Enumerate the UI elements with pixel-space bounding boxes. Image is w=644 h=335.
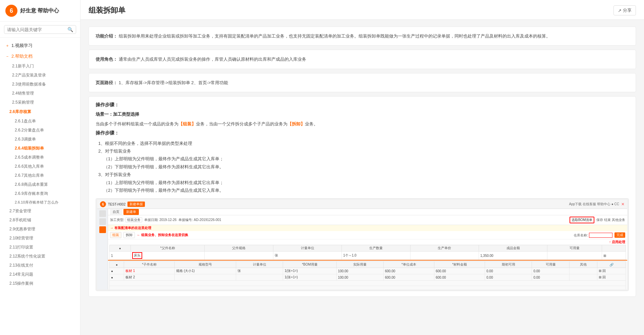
- mockup-ltd-amount1: 600.00: [434, 268, 485, 274]
- sidebar-item-video-learning[interactable]: ＋ 1.视频学习: [0, 40, 80, 51]
- sidebar-item-split-stocktake[interactable]: 2.6.2分量盘点单: [0, 126, 80, 135]
- mockup-type-select: 加工类型: 组装业务: [110, 218, 142, 222]
- sidebar-item-cost-recalc[interactable]: 2.6.8商品成本重算: [0, 180, 80, 189]
- step3: 3、对于拆装业务: [98, 171, 629, 178]
- logo-icon: 6: [5, 5, 17, 17]
- sidebar-item-inventory[interactable]: 2.6库存核算: [0, 107, 80, 117]
- sidebar-item-inventory-book[interactable]: 2.6.9库存账本查询: [0, 189, 80, 198]
- mockup-lth-child-unit: 计量单位: [236, 262, 283, 268]
- sidebar-item-other-out[interactable]: 2.6.7其他出库单: [0, 171, 80, 180]
- sidebar-item-cost-adjust[interactable]: 2.6.5成本调整单: [0, 153, 80, 162]
- mockup-inner: 6 TEST-H002 新建单据 App下载 在线客服 帮助中心 ● CC ✕: [97, 200, 627, 289]
- mockup-logo: 6: [100, 201, 106, 207]
- mockup-ltd-name2: 板材 2: [124, 274, 175, 281]
- mockup-lth-avail: 可用量: [532, 262, 570, 268]
- mockup-ltd-unit2: [236, 274, 283, 281]
- sidebar-item-stocktake[interactable]: 2.6.1盘点单: [0, 117, 80, 126]
- mockup-ltd-avail2: 0.00: [532, 274, 570, 281]
- mockup-td-row-action: ⊞: [602, 252, 626, 260]
- mockup-ltd-cost2: 600.00: [383, 274, 434, 281]
- mockup-th-action: [602, 245, 626, 252]
- mockup-annotation3: ↑ 启用处理: [609, 240, 625, 244]
- search-box[interactable]: 🔍: [4, 25, 76, 34]
- sidebar-item-purchase[interactable]: 2.5采购管理: [0, 98, 80, 107]
- mockup-ltd-init1: 0.00: [485, 268, 532, 274]
- mockup-sidebar-icon1: [99, 210, 106, 217]
- mockup-warehouse-input[interactable]: [589, 233, 612, 238]
- sidebar-item-coupon[interactable]: 2.9优惠券管理: [0, 225, 80, 234]
- screenshot-container: 6 TEST-H002 新建单据 App下载 在线客服 帮助中心 ● CC ✕: [96, 198, 629, 291]
- mockup-bom-select: 选取BOM清单: [570, 217, 595, 223]
- mockup-td-prod-price: [410, 252, 479, 260]
- sidebar-item-other-in[interactable]: 2.6.6其他入库单: [0, 162, 80, 171]
- mockup-lth-unit-cost: *单位成本: [383, 262, 434, 268]
- mockup-disassemble-btn: 拆卸: [123, 232, 135, 238]
- sidebar-item-transfer[interactable]: 2.6.3调拨单: [0, 135, 80, 144]
- sidebar-item-finance[interactable]: 2.7资金管理: [0, 207, 80, 216]
- sidebar-item-install[interactable]: 2.2产品安装及登录: [0, 71, 80, 80]
- mockup-th-unit: 计量单位: [273, 245, 341, 252]
- mockup-tab-new: 新建单: [123, 209, 139, 215]
- mockup-th-parent-name: *父件名称: [130, 245, 205, 252]
- mockup-ltd-name1: 板材 1: [124, 268, 175, 274]
- step1: 1、根据不同的业务，选择不同单据的类型来处理: [98, 139, 629, 147]
- mockup-type-switch-area: 组装 拆卸 ← 组装业务、拆卸业务在这里切换 仓库名称: 完成: [108, 231, 627, 239]
- mockup-type-value: 组装业务: [125, 217, 142, 222]
- mockup-ltd-cost1: 600.00: [383, 268, 434, 274]
- mockup-td-avail: [547, 252, 602, 260]
- mockup-empty-row4: [110, 286, 626, 290]
- sidebar-item-print[interactable]: 2.11打印设置: [0, 243, 80, 252]
- mockup-topbar-text: TEST-H002: [108, 203, 125, 206]
- mockup-td-seq: 1: [110, 252, 131, 260]
- mockup-lower-row1: ● 板材 1 规格 (大小1) 张 1(张+1=) 100.00 600.00: [110, 268, 626, 274]
- sidebar-item-personalization[interactable]: 2.12系统个性化设置: [0, 252, 80, 261]
- mockup-tabs: 自页 新建单: [108, 209, 627, 215]
- sidebar-item-mobile[interactable]: 2.8手机旺铺: [0, 216, 80, 225]
- mockup-lth-stock: 期初可用: [485, 262, 532, 268]
- mockup-ltd-check1: ●: [110, 268, 124, 274]
- mockup-th-available: 可用量: [547, 245, 602, 252]
- sidebar-item-faq[interactable]: 2.14常见问题: [0, 270, 80, 279]
- ops-title: 操作步骤：: [96, 102, 629, 108]
- sidebar-item-help-docs[interactable]: － 2.帮助文档: [0, 51, 80, 62]
- mockup-ltd-actual1: 100.00: [336, 268, 383, 274]
- feature-intro-text: 组装拆卸单用来处理企业组装或拆卸等加工业务，支持有固定装配清单的产品加工业务，也…: [119, 34, 550, 39]
- sidebar: 6 好生意 帮助中心 🔍 ＋ 1.视频学习 － 2.帮助文档 2.1新手入门 2…: [0, 0, 80, 335]
- minus-icon: －: [5, 54, 9, 59]
- step3-sub1: （1）上部明细为父件明细，最终作为原材料生成其它出库单；: [104, 179, 629, 186]
- mockup-close-icon[interactable]: ✕: [621, 202, 625, 207]
- mockup-annotation2: ← 组装业务、拆卸业务在这里切换: [137, 233, 188, 237]
- nav-tree: ＋ 1.视频学习 － 2.帮助文档 2.1新手入门 2.2产品安装及登录 2.3…: [0, 38, 80, 335]
- logo-area: 6 好生意 帮助中心: [0, 0, 80, 22]
- ops-steps-title: 操作步骤：: [96, 130, 629, 136]
- sidebar-item-cases[interactable]: 2.15操作案例: [0, 279, 80, 288]
- mockup-form-header: 加工类型: 组装业务 单据日期: 2019-12-26 单据编号: AD-201…: [108, 215, 627, 225]
- role-label: 使用角色：: [96, 57, 117, 62]
- mockup-ltd-init2: 0.00: [485, 274, 532, 281]
- sidebar-item-data-prep[interactable]: 2.3使用前数据准备: [0, 80, 80, 89]
- sidebar-item-online-pay[interactable]: 2.13在线支付: [0, 261, 80, 270]
- sidebar-item-assembly[interactable]: 2.6.4组装拆卸单: [0, 144, 80, 153]
- sidebar-item-sales[interactable]: 2.4销售管理: [0, 89, 80, 98]
- sidebar-item-management[interactable]: 2.10经营管理: [0, 234, 80, 243]
- mockup-upper-table-row1: 1 床头 张 1个～1.0 1,350.00: [110, 252, 626, 260]
- step2: 2、对于组装业务: [98, 147, 629, 155]
- mockup-date-label: 单据日期: 2019-12-26: [144, 218, 177, 222]
- feature-intro-label: 功能介绍：: [96, 34, 117, 39]
- share-button[interactable]: ↗ 分享: [613, 5, 636, 15]
- mockup-ltd-unit1: 张: [236, 268, 283, 274]
- mockup-frame: 6 TEST-H002 新建单据 App下载 在线客服 帮助中心 ● CC ✕: [96, 199, 629, 291]
- mockup-ltd-bom1: 1(张+1=): [283, 268, 336, 274]
- mockup-th-qty: 生产数量: [342, 245, 410, 252]
- mockup-annotation1: → 有装配清单的在这里处理: [108, 225, 627, 231]
- sidebar-item-beginner[interactable]: 2.1新手入门: [0, 62, 80, 71]
- sidebar-item-inventory-book-fix[interactable]: 2.6.10库存账本错了怎么办: [0, 198, 80, 207]
- mockup-th-parent-spec: 父件规格: [205, 245, 273, 252]
- scene1-title: 场景一：加工类型选择: [96, 111, 629, 117]
- mockup-assemble-btn: 组装: [110, 232, 121, 238]
- search-icon[interactable]: 🔍: [67, 27, 73, 32]
- mockup-lth-total-cost: *材料金额: [434, 262, 485, 268]
- search-input[interactable]: [7, 27, 67, 32]
- mockup-td-amount: 1,350.00: [479, 252, 547, 260]
- mockup-ltd-other2: [569, 274, 597, 281]
